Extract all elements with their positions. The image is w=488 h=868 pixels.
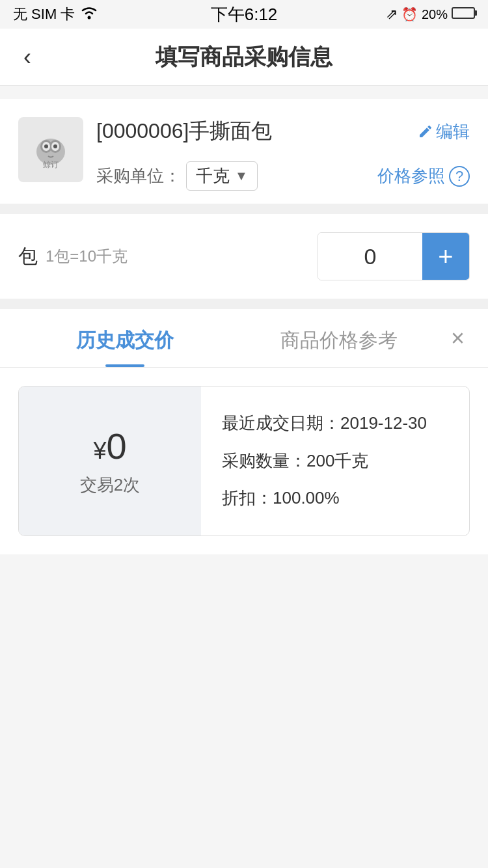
price-quantity: 采购数量：200千克 — [222, 448, 448, 475]
tab-history-price[interactable]: 历史成交价 — [18, 309, 232, 367]
quantity-label: 包 1包=10千克 — [18, 243, 128, 270]
product-logo-icon: 鲸订 — [28, 127, 74, 172]
price-card-left: ¥0 交易2次 — [19, 387, 201, 536]
quantity-input[interactable] — [318, 233, 422, 280]
unit-label: 采购单位： — [96, 165, 181, 187]
status-right: ⇗ ⏰ 20% — [386, 6, 475, 23]
unit-select[interactable]: 千克 ▼ — [186, 161, 258, 191]
svg-text:鲸订: 鲸订 — [43, 160, 59, 169]
back-button[interactable]: ‹ — [18, 38, 36, 76]
quantity-plus-button[interactable]: + — [422, 233, 469, 280]
product-name-row: [0000006]手撕面包 编辑 — [96, 117, 470, 146]
product-header: 鲸订 [0000006]手撕面包 编辑 采购单位： 千克 — [18, 117, 470, 191]
section-divider-2 — [0, 299, 488, 309]
product-thumbnail: 鲸订 — [28, 127, 74, 172]
section-divider-1 — [0, 204, 488, 214]
svg-point-7 — [53, 144, 57, 148]
svg-point-6 — [44, 144, 48, 148]
product-unit-row: 采购单位： 千克 ▼ 价格参照 ? — [96, 161, 470, 191]
product-card: 鲸订 [0000006]手撕面包 编辑 采购单位： 千克 — [0, 99, 488, 204]
tab-content: ¥0 交易2次 最近成交日期：2019-12-30 采购数量：200千克 折扣：… — [0, 368, 488, 554]
edit-button[interactable]: 编辑 — [418, 120, 470, 143]
price-trade-count: 交易2次 — [80, 474, 140, 496]
chevron-down-icon: ▼ — [235, 169, 248, 183]
status-time: 下午6:12 — [211, 3, 278, 26]
wifi-icon — [80, 5, 98, 23]
price-discount: 折扣：100.00% — [222, 485, 448, 512]
tabs-panel: 历史成交价 商品价格参考 × ¥0 交易2次 最近成交日期：2019-12-30… — [0, 309, 488, 554]
quantity-controls: + — [318, 232, 470, 280]
tab-close-button[interactable]: × — [446, 321, 470, 355]
product-image: 鲸订 — [18, 117, 83, 182]
edit-icon — [418, 124, 433, 139]
price-ref-label: 价格参照 — [377, 165, 445, 187]
battery-percent: 20% — [422, 7, 448, 22]
quantity-unit-hint: 1包=10千克 — [46, 246, 128, 267]
quantity-row: 包 1包=10千克 + — [0, 214, 488, 299]
help-icon: ? — [449, 166, 470, 187]
tabs-header: 历史成交价 商品价格参考 × — [0, 309, 488, 368]
unit-value: 千克 — [196, 165, 230, 187]
price-card: ¥0 交易2次 最近成交日期：2019-12-30 采购数量：200千克 折扣：… — [18, 386, 470, 536]
alarm-icon: ⏰ — [401, 7, 418, 22]
status-bar: 无 SIM 卡 下午6:12 ⇗ ⏰ 20% — [0, 0, 488, 29]
price-ref-button[interactable]: 价格参照 ? — [377, 165, 470, 187]
product-info: [0000006]手撕面包 编辑 采购单位： 千克 ▼ 价格 — [96, 117, 470, 191]
nav-bar: ‹ 填写商品采购信息 — [0, 29, 488, 86]
quantity-unit-char: 包 — [18, 243, 38, 270]
price-recent-date: 最近成交日期：2019-12-30 — [222, 410, 448, 437]
tab-product-price-ref[interactable]: 商品价格参考 — [232, 309, 445, 367]
location-icon: ⇗ — [386, 6, 398, 23]
status-carrier: 无 SIM 卡 — [13, 5, 98, 24]
product-name: [0000006]手撕面包 — [96, 117, 272, 146]
page-title: 填写商品采购信息 — [156, 42, 332, 72]
battery-icon — [452, 7, 475, 22]
price-card-right: 最近成交日期：2019-12-30 采购数量：200千克 折扣：100.00% — [201, 387, 469, 536]
price-display: ¥0 — [93, 425, 126, 467]
svg-point-0 — [88, 16, 91, 20]
